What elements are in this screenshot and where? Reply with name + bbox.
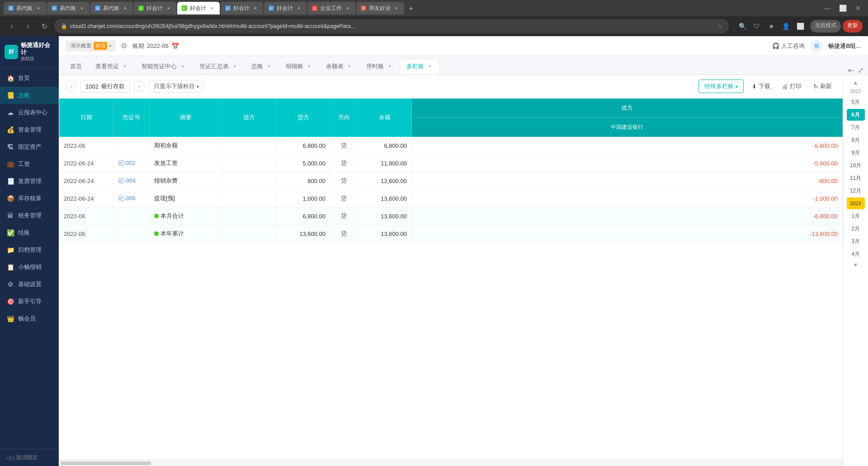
service-button[interactable]: 🎧 人工咨询 <box>772 42 805 50</box>
tab-close-1[interactable]: × <box>35 5 42 11</box>
account-selector[interactable]: 1002 银行存款 <box>80 80 130 93</box>
browser-tab-1[interactable]: 易 易代账 × <box>4 2 46 14</box>
close-window-button[interactable]: ✕ <box>852 2 864 14</box>
account-next-button[interactable]: › <box>134 81 144 91</box>
refresh-button[interactable]: ↻ 刷新 <box>810 80 835 92</box>
new-tab-button[interactable]: + <box>405 3 417 14</box>
sidebar-item-member[interactable]: 👑 畅会员 <box>0 310 59 327</box>
browser-tab-2[interactable]: 易 易代账 × <box>47 2 90 14</box>
tab-voucher[interactable]: 查看凭证 × <box>89 58 135 75</box>
tab-close-9[interactable]: × <box>393 5 400 11</box>
filter-dropdown[interactable]: 只显示下级科目 ▾ <box>149 80 204 93</box>
tab-detail-ledger[interactable]: 明细账 × <box>279 58 319 75</box>
sidebar-item-expense[interactable]: 📋 小畅报销 <box>0 259 59 276</box>
browser-tab-8[interactable]: 企 企业工作 × <box>307 2 355 14</box>
tab-home[interactable]: 首页 <box>63 58 89 75</box>
timeline-month-nov[interactable]: 11月 <box>847 172 865 184</box>
demo-chevron-icon[interactable]: ▾ <box>109 43 111 48</box>
tab-voucher-summary[interactable]: 凭证汇总表 × <box>193 58 245 75</box>
tab-close-4[interactable]: × <box>165 5 172 11</box>
timeline-month-jan[interactable]: 1月 <box>847 210 865 222</box>
timeline-month-may[interactable]: 5月 <box>847 96 865 108</box>
sidebar-item-salary[interactable]: 💼 工资 <box>0 155 59 173</box>
tab-smart-voucher[interactable]: 智能凭证中心 × <box>135 58 193 75</box>
maximize-button[interactable]: ⬜ <box>836 2 849 14</box>
timeline-month-jul[interactable]: 7月 <box>847 122 865 133</box>
pin-button[interactable]: ◁◁ 取消固定 <box>6 454 52 461</box>
account-prev-button[interactable]: ‹ <box>66 81 76 91</box>
scroll-thumb[interactable] <box>61 461 151 465</box>
tab-voucher-close[interactable]: × <box>122 63 128 70</box>
cell-voucher-1[interactable]: 记-002 <box>113 155 150 172</box>
timeline-month-jun[interactable]: 6月 <box>847 109 865 121</box>
tab-detail-ledger-close[interactable]: × <box>306 63 312 70</box>
timeline-scroll-down[interactable]: ▼ <box>849 260 863 269</box>
update-button[interactable]: 更新 <box>843 20 863 33</box>
sidebar-item-tax[interactable]: 🏛 税务管理 <box>0 207 59 224</box>
special-columns-button[interactable]: 特殊多栏账 ▾ <box>698 80 744 93</box>
browser-tab-4[interactable]: 好 好会计 × <box>134 2 176 14</box>
tab-balance[interactable]: 余额表 × <box>319 58 359 75</box>
tab-close-8[interactable]: × <box>344 5 351 11</box>
minimize-button[interactable]: — <box>821 2 834 14</box>
tab-general-ledger-close[interactable]: × <box>266 63 272 70</box>
sidebar-item-archive[interactable]: 📁 归档管理 <box>0 241 59 259</box>
forward-button[interactable]: › <box>22 20 34 33</box>
print-button[interactable]: 🖨 打印 <box>778 80 805 92</box>
profile-icon[interactable]: 👤 <box>779 20 792 33</box>
wuhen-button[interactable]: 无痕模式 <box>810 20 841 33</box>
timeline-month-feb[interactable]: 2月 <box>847 223 865 235</box>
timeline-month-dec[interactable]: 12月 <box>847 185 865 197</box>
extensions-icon[interactable]: ⬜ <box>794 20 807 33</box>
sidebar-item-ledger[interactable]: 📒 总账 <box>0 87 59 104</box>
calendar-icon[interactable]: 📅 <box>171 42 179 50</box>
sidebar-item-reports[interactable]: ☁ 云报表中心 <box>0 104 59 121</box>
timeline-scroll-up[interactable]: ▲ <box>849 78 863 87</box>
browser-tab-3[interactable]: 易 易代账 × <box>90 2 133 14</box>
tab-smart-voucher-close[interactable]: × <box>179 63 186 70</box>
tab-multicolumn[interactable]: 多栏账 × <box>400 58 440 75</box>
sidebar-item-assets[interactable]: 🏗 固定资产 <box>0 138 59 155</box>
sidebar-item-inventory[interactable]: 📦 库存核算 <box>0 190 59 207</box>
timeline-month-oct[interactable]: 10月 <box>847 160 865 171</box>
expand-icon[interactable]: ⤢ <box>858 66 863 75</box>
timeline-month-sep[interactable]: 9月 <box>847 147 865 159</box>
cell-voucher-3[interactable]: 记-006 <box>113 190 150 207</box>
horizontal-scrollbar[interactable] <box>59 460 843 466</box>
sidebar-item-invoice[interactable]: 🧾 发票管理 <box>0 173 59 190</box>
bookmark-icon[interactable]: ☆ <box>717 23 722 29</box>
refresh-nav-button[interactable]: ↻ <box>38 20 51 33</box>
sidebar-item-guide[interactable]: 🎯 新手引导 <box>0 293 59 310</box>
tab-close-7[interactable]: × <box>296 5 302 11</box>
browser-tab-9[interactable]: 用 用友好业 × <box>356 2 404 14</box>
tab-sequence[interactable]: 序时账 × <box>359 58 400 75</box>
voucher-link-2[interactable]: 记-004 <box>118 177 136 184</box>
sidebar-item-funds[interactable]: 💰 资金管理 <box>0 121 59 138</box>
tab-close-2[interactable]: × <box>79 5 85 11</box>
star-icon[interactable]: ★ <box>765 20 778 33</box>
tab-general-ledger[interactable]: 总账 × <box>245 58 279 75</box>
collapse-icon[interactable]: ⇤ <box>848 66 854 75</box>
tab-balance-close[interactable]: × <box>346 63 353 70</box>
back-button[interactable]: ‹ <box>5 20 18 33</box>
search-icon[interactable]: 🔍 <box>736 20 749 33</box>
app-settings-icon[interactable]: ⚙ <box>121 42 127 50</box>
cell-voucher-2[interactable]: 记-004 <box>113 172 150 190</box>
tab-multicolumn-close[interactable]: × <box>427 63 433 70</box>
download-button[interactable]: ⬇ 下载 <box>748 80 774 92</box>
timeline-month-mar[interactable]: 3月 <box>847 235 865 247</box>
tab-close-5[interactable]: × <box>209 5 215 11</box>
sidebar-item-close[interactable]: ✅ 结账 <box>0 224 59 241</box>
url-bar[interactable]: 🔒 cloud2.chanjet.com/accounting/uh26t264… <box>54 19 729 33</box>
browser-tab-7[interactable]: 好 好会计 × <box>264 2 307 14</box>
tab-voucher-summary-close[interactable]: × <box>231 63 238 70</box>
tab-close-3[interactable]: × <box>122 5 128 11</box>
voucher-link-1[interactable]: 记-002 <box>118 160 136 166</box>
voucher-link-3[interactable]: 记-006 <box>118 195 136 202</box>
tab-sequence-close[interactable]: × <box>387 63 393 70</box>
timeline-month-apr[interactable]: 4月 <box>847 248 865 260</box>
sidebar-item-home[interactable]: 🏠 首页 <box>0 70 59 87</box>
shield-icon[interactable]: 🛡 <box>750 20 763 33</box>
timeline-month-aug[interactable]: 8月 <box>847 134 865 146</box>
sidebar-item-settings[interactable]: ⚙ 基础设置 <box>0 276 59 293</box>
